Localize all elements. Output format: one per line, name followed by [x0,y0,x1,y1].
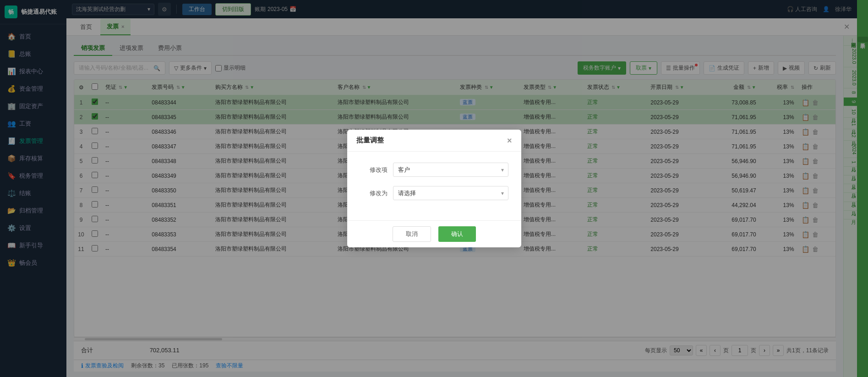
modal-header: 批量调整 × [347,130,521,152]
modify-to-select-wrapper[interactable]: 请选择 [393,186,508,200]
modal-close-button[interactable]: × [507,137,512,145]
modal-cancel-button[interactable]: 取消 [393,226,431,242]
modify-to-label: 修改为 [360,189,388,197]
modal-footer: 取消 确认 [347,220,521,247]
modal-body: 修改项 客户 购买方名称 发票种类 修改为 请选择 [347,152,521,220]
modify-field-label: 修改项 [360,166,388,174]
modify-to-select[interactable]: 请选择 [393,186,508,200]
form-row-modify-to: 修改为 请选择 [360,186,508,200]
modal-title: 批量调整 [356,136,384,145]
form-row-modify-field: 修改项 客户 购买方名称 发票种类 [360,163,508,177]
modal-confirm-button[interactable]: 确认 [438,226,476,242]
modify-field-select-wrapper[interactable]: 客户 购买方名称 发票种类 [393,163,508,177]
batch-adjust-modal: 批量调整 × 修改项 客户 购买方名称 发票种类 修改为 请选择 [347,130,521,247]
modal-overlay: 批量调整 × 修改项 客户 购买方名称 发票种类 修改为 请选择 [0,0,868,377]
modify-field-select[interactable]: 客户 购买方名称 发票种类 [393,163,508,177]
